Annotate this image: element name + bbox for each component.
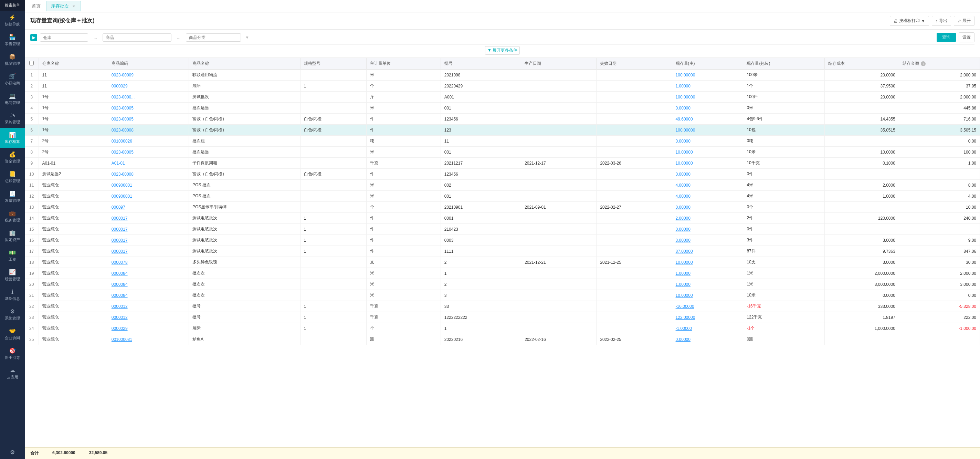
sidebar-item-发票管理[interactable]: 🧾 发票管理 (0, 187, 25, 207)
table-row: 10测试适当20023-00008富诚（白色/闪橙）白色/闪橙件1234560.… (25, 169, 980, 180)
row-code-link[interactable]: 0000012 (111, 315, 128, 320)
qty-link[interactable]: 4.00000 (676, 183, 690, 188)
sidebar-item-电商管理[interactable]: 💻 电商管理 (0, 89, 25, 109)
table-row: 20营业综仓0000084批次次米21.000001米3,000.00003,0… (25, 279, 980, 290)
row-code-link[interactable]: A01-01 (111, 161, 125, 166)
sidebar-item-工资[interactable]: 💵 工资 (0, 246, 25, 266)
row-amount: 3,000.00 (899, 279, 980, 290)
warehouse-input[interactable] (40, 33, 88, 41)
qty-link[interactable]: 10.00000 (676, 293, 693, 298)
row-code-link[interactable]: 0000084 (111, 271, 128, 276)
row-code-link[interactable]: 0000084 (111, 293, 128, 298)
expand-button[interactable]: ⤢ 展开 (954, 16, 975, 26)
row-name: 批次适当 (189, 103, 301, 114)
row-code-link[interactable]: 000097 (111, 205, 125, 210)
row-code-link[interactable]: 0000012 (111, 304, 128, 309)
filter-section: ▶ ... ... ▼ 查询 设置 ▼ 展开更多条件 (25, 30, 980, 58)
settings-button[interactable]: 设置 (959, 32, 975, 42)
qty-link[interactable]: 87.00000 (676, 249, 693, 254)
row-code-link[interactable]: 000900001 (111, 194, 132, 199)
qty-link[interactable]: 122.00000 (676, 315, 695, 320)
row-code-link[interactable]: 0023-00008 (111, 172, 134, 177)
col-check[interactable] (25, 58, 38, 70)
sidebar-settings-button[interactable]: ⚙ (0, 446, 25, 459)
sidebar-item-批发管理[interactable]: 📦 批发管理 (0, 50, 25, 70)
qty-link[interactable]: 0.00000 (676, 139, 690, 143)
row-no: 6 (25, 125, 38, 135)
search-button[interactable]: 查询 (937, 33, 956, 42)
qty-link[interactable]: 2.00000 (676, 216, 690, 221)
filter-expand-arrow[interactable]: ▶ (30, 34, 37, 41)
row-code-link[interactable]: 0000029 (111, 326, 128, 331)
qty-link[interactable]: 4.00000 (676, 194, 690, 199)
row-code-link[interactable]: 0000017 (111, 238, 128, 243)
qty-link[interactable]: 10.00000 (676, 161, 693, 166)
row-proddate (521, 279, 597, 290)
row-qtypkg: 87件 (743, 246, 825, 257)
sidebar-item-新手引导[interactable]: 🎯 新手引导 (0, 344, 25, 363)
row-code-link[interactable]: 0023-00009 (111, 73, 134, 78)
qty-link[interactable]: 100.00000 (676, 73, 695, 78)
row-code-link[interactable]: 0023-00005 (111, 106, 134, 110)
product-input[interactable] (103, 33, 172, 41)
row-code-link[interactable]: 0023-00008 (111, 128, 134, 132)
qty-link[interactable]: 1.00000 (676, 282, 690, 287)
print-icon: 🖨 (894, 19, 898, 24)
qty-link[interactable]: 100.00000 (676, 95, 695, 99)
export-button[interactable]: ↑ 导出 (932, 16, 951, 26)
row-code-link[interactable]: 001000031 (111, 337, 132, 342)
sidebar-item-企业协同[interactable]: 🤝 企业协同 (0, 324, 25, 344)
sidebar-item-经营管理[interactable]: 📈 经营管理 (0, 266, 25, 285)
select-all-checkbox[interactable] (29, 61, 34, 65)
qty-link[interactable]: 0.00000 (676, 337, 690, 342)
sidebar-logo[interactable]: 搜索菜单 (0, 0, 25, 11)
sidebar-item-小额电商[interactable]: 🛒 小额电商 (0, 70, 25, 89)
tab-active[interactable]: 库存批次 × (46, 1, 81, 11)
qty-link[interactable]: 0.00000 (676, 106, 690, 110)
qty-link[interactable]: -16.00000 (676, 304, 694, 309)
qty-link[interactable]: 0.00000 (676, 172, 690, 177)
row-code-link[interactable]: 0000078 (111, 260, 128, 265)
qty-link[interactable]: 10.00000 (676, 150, 693, 155)
sidebar-item-零售管理[interactable]: 🏪 零售管理 (0, 30, 25, 50)
sidebar-item-快捷导航[interactable]: ⚡ 快捷导航 (0, 11, 25, 30)
sidebar-item-总账管理[interactable]: 📒 总账管理 (0, 167, 25, 187)
tab-home[interactable]: 首页 (27, 1, 45, 11)
category-input[interactable] (186, 33, 241, 41)
row-code-link[interactable]: 0023-00005 (111, 117, 134, 121)
row-code-link[interactable]: 000900001 (111, 183, 132, 188)
qty-link[interactable]: 49.60000 (676, 117, 693, 121)
row-unit: 件 (367, 235, 441, 246)
table-footer: 合计 6,302.60000 32,589.05 (25, 447, 980, 459)
sidebar-item-基础信息[interactable]: ℹ 基础信息 (0, 285, 25, 305)
qty-link[interactable]: 10.00000 (676, 260, 693, 265)
sidebar-item-库存核算[interactable]: 📊 库存核算 (0, 128, 25, 148)
sidebar-item-采购管理[interactable]: 🛍 采购管理 (0, 109, 25, 128)
row-qtypkg: 2件 (743, 213, 825, 224)
sidebar-item-税务管理[interactable]: 💼 税务管理 (0, 207, 25, 226)
qty-link[interactable]: 1.00000 (676, 84, 690, 89)
table-container[interactable]: 仓库名称 商品编码 商品名称 规格型号 主计量单位 批号 生产日期 失效日期 现… (25, 58, 980, 447)
row-code-link[interactable]: 0000017 (111, 249, 128, 254)
row-code-link[interactable]: 001000026 (111, 139, 132, 143)
row-code-link[interactable]: 0000017 (111, 216, 128, 221)
qty-link[interactable]: 100.00000 (676, 128, 695, 132)
expand-conditions-button[interactable]: ▼ 展开更多条件 (485, 46, 520, 55)
qty-link[interactable]: 0.00000 (676, 205, 690, 210)
row-code-link[interactable]: 0000029 (111, 84, 128, 89)
sidebar-item-固定资产[interactable]: 🏢 固定资产 (0, 226, 25, 246)
sidebar-item-云应用[interactable]: ☁ 云应用 (0, 363, 25, 383)
sidebar-item-资金管理[interactable]: 💰 资金管理 (0, 148, 25, 167)
qty-link[interactable]: 0.00000 (676, 227, 690, 232)
qty-link[interactable]: 1.00000 (676, 271, 690, 276)
sidebar-item-系统管理[interactable]: ⚙ 系统管理 (0, 305, 25, 324)
tab-close-button[interactable]: × (71, 3, 76, 9)
print-button[interactable]: 🖨 按模板打印 ▼ (890, 16, 929, 26)
row-code-link[interactable]: 0000084 (111, 282, 128, 287)
qty-link[interactable]: 3.00000 (676, 238, 690, 243)
row-code-link[interactable]: 0023-00005 (111, 150, 134, 155)
amount-info-icon[interactable]: i (921, 61, 926, 66)
row-code-link[interactable]: 0023-0000... (111, 95, 135, 99)
qty-link[interactable]: -1.00000 (676, 326, 692, 331)
row-code-link[interactable]: 0000017 (111, 227, 128, 232)
